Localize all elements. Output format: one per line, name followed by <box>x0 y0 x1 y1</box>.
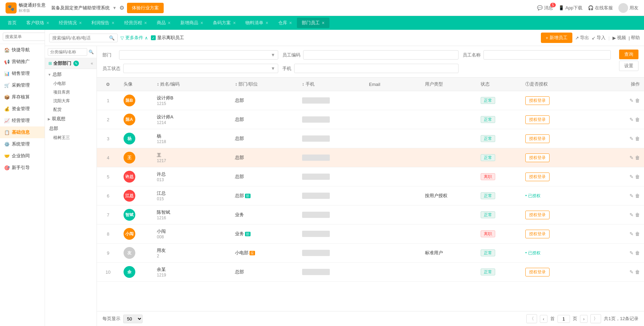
authorize-button[interactable]: 授权登录 <box>525 96 550 105</box>
tab-bom-close[interactable]: × <box>265 20 268 26</box>
tab-home[interactable]: 首页 <box>3 18 21 28</box>
tab-customer[interactable]: 客户联络 × <box>21 18 54 28</box>
page-input[interactable] <box>557 315 570 323</box>
sidebar-item-business[interactable]: 📈 经营管理 <box>0 115 45 126</box>
dept-peihuo[interactable]: 配货 <box>51 105 97 114</box>
filter-phone-input[interactable] <box>294 64 458 73</box>
edit-button[interactable]: ✎ <box>629 174 634 179</box>
dept-group-zongbu2[interactable]: 总部 <box>45 124 97 133</box>
tab-customer-close[interactable]: × <box>46 20 49 26</box>
edit-button[interactable]: ✎ <box>629 136 634 141</box>
trial-button[interactable]: 体验行业方案 <box>127 3 164 13</box>
gear-button[interactable]: ⚙ <box>119 5 124 11</box>
more-filter-button[interactable]: ▽ 更多条件 ∧ <box>120 35 148 41</box>
sidebar-search-input[interactable] <box>3 33 45 41</box>
dept-search-input[interactable] <box>48 48 87 56</box>
delete-button[interactable]: 🗑 <box>635 136 640 141</box>
query-button[interactable]: 查询 <box>619 50 638 59</box>
col-name[interactable]: ↕ 姓名/编码 <box>153 78 231 91</box>
col-dept[interactable]: ↕ 部门/职位 <box>231 78 298 91</box>
import-button[interactable]: ↙ 导入 <box>592 35 606 41</box>
delete-button[interactable]: 🗑 <box>635 250 640 256</box>
prev-page-button[interactable]: ‹ <box>540 315 547 323</box>
sidebar-item-purchase[interactable]: 🛒 采购管理 <box>0 79 45 91</box>
first-page-button[interactable]: 〈 <box>526 314 537 323</box>
edit-button[interactable]: ✎ <box>629 231 634 237</box>
authorize-button[interactable]: 授权登录 <box>525 268 550 276</box>
authorize-button[interactable]: 授权登录 <box>525 115 550 124</box>
video-button[interactable]: ▶ 视频 <box>613 35 626 41</box>
edit-button[interactable]: ✎ <box>629 155 634 160</box>
export-button[interactable]: ↗ 导出 <box>575 35 589 41</box>
sidebar-item-collab[interactable]: 🤝 企业协同 <box>0 150 45 162</box>
tab-profit[interactable]: 利润报告 × <box>87 18 119 28</box>
online-service-button[interactable]: 🎧 在线客服 <box>588 5 613 11</box>
per-page-select[interactable]: 50 100 <box>123 315 143 323</box>
tab-warehouse[interactable]: 仓库 × <box>273 18 297 28</box>
delete-button[interactable]: 🗑 <box>635 212 640 218</box>
authorize-button[interactable]: 授权登录 <box>525 134 550 143</box>
dept-shenyangdaku[interactable]: 沈阳大库 <box>51 97 97 105</box>
all-dept-item[interactable]: ⊞ 全部部门 ✎ « <box>45 58 97 69</box>
edit-button[interactable]: ✎ <box>629 212 634 218</box>
help-button[interactable]: | 帮助 <box>629 35 640 41</box>
col-phone[interactable]: ↕ 手机 <box>298 78 365 91</box>
sidebar-item-inventory[interactable]: 📦 库存核算 <box>0 91 45 103</box>
sidebar-item-sales[interactable]: 📊 销售管理 <box>0 68 45 79</box>
tab-bom[interactable]: 物料清单 × <box>241 18 273 28</box>
delete-button[interactable]: 🗑 <box>635 174 640 179</box>
dept-xiangmukufang[interactable]: 项目库房 <box>51 88 97 97</box>
user-menu[interactable]: 用友 <box>618 3 638 13</box>
next-page-button[interactable]: › <box>580 315 588 323</box>
col-settings[interactable]: ⚙ <box>97 78 119 91</box>
sidebar-item-guide[interactable]: 🎯 新手引导 <box>0 162 45 174</box>
tab-barcode-close[interactable]: × <box>233 20 236 26</box>
edit-button[interactable]: ✎ <box>629 269 634 275</box>
tab-history-close[interactable]: × <box>144 20 147 26</box>
tab-profit-close[interactable]: × <box>111 20 114 26</box>
tab-goods-close[interactable]: × <box>168 20 171 26</box>
dept-group-zongbu[interactable]: ▼ 总部 <box>45 70 97 79</box>
edit-button[interactable]: ✎ <box>629 98 634 103</box>
sidebar-item-system[interactable]: ⚙️ 系统管理 <box>0 138 45 150</box>
dept-xiaodianbu[interactable]: 小电部 <box>51 79 97 88</box>
dept-zhishu-wangsan[interactable]: 植树王三 <box>51 133 97 142</box>
last-page-button[interactable]: 〉 <box>590 314 601 323</box>
tab-operation-close[interactable]: × <box>79 20 82 26</box>
filter-empcode-input[interactable] <box>303 50 458 60</box>
filter-empname-input[interactable] <box>483 50 611 60</box>
tab-history[interactable]: 经营历程 × <box>119 18 152 28</box>
sidebar-item-finance[interactable]: 💰 资金管理 <box>0 103 45 115</box>
authorize-button[interactable]: 授权登录 <box>525 173 550 181</box>
authorize-button[interactable]: 授权登录 <box>525 153 550 162</box>
sidebar-item-nav[interactable]: 🏠 快捷导航 <box>0 44 45 56</box>
tab-goods[interactable]: 商品 × <box>152 18 175 28</box>
filter-status-select[interactable]: ▼ <box>123 64 278 73</box>
tab-add-goods-close[interactable]: × <box>200 20 203 26</box>
tab-employee[interactable]: 部门员工 × <box>297 18 329 28</box>
add-employee-button[interactable]: + 新增员工 <box>541 33 573 43</box>
edit-button[interactable]: ✎ <box>629 193 634 199</box>
delete-button[interactable]: 🗑 <box>635 117 640 122</box>
authorize-button[interactable]: 授权登录 <box>525 211 550 219</box>
delete-button[interactable]: 🗑 <box>635 155 640 160</box>
tab-employee-close[interactable]: × <box>322 20 325 26</box>
authorize-button[interactable]: 授权登录 <box>525 230 550 238</box>
message-button[interactable]: 💬 消息 5 <box>537 5 553 11</box>
app-download-button[interactable]: 📱 App下载 <box>559 5 582 11</box>
tab-operation[interactable]: 经营情况 × <box>54 18 87 28</box>
search-input[interactable] <box>52 35 108 41</box>
edit-button[interactable]: ✎ <box>629 117 634 122</box>
filter-dept-select[interactable]: ▼ <box>119 50 278 60</box>
delete-button[interactable]: 🗑 <box>635 269 640 275</box>
edit-button[interactable]: ✎ <box>629 250 634 256</box>
tab-barcode[interactable]: 条码方案 × <box>208 18 241 28</box>
delete-button[interactable]: 🗑 <box>635 231 640 237</box>
show-resigned-toggle[interactable]: ✓ 显示离职员工 <box>151 35 184 41</box>
delete-button[interactable]: 🗑 <box>635 193 640 199</box>
reset-button[interactable]: 设置 <box>619 61 638 71</box>
sidebar-item-basic[interactable]: 📋 基础信息 <box>0 126 45 138</box>
show-resigned-checkbox[interactable]: ✓ <box>151 35 156 40</box>
delete-button[interactable]: 🗑 <box>635 98 640 103</box>
sidebar-item-marketing[interactable]: 📢 营销推广 <box>0 56 45 68</box>
